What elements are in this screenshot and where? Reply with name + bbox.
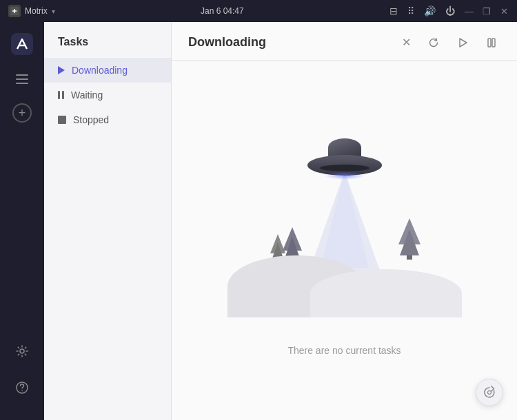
sidebar-logo [11,33,33,55]
app-body: + Tasks Downloading [0,22,517,420]
floating-icon [483,386,496,399]
ufo-body [307,138,382,176]
tasks-header: Tasks [44,22,171,58]
title-bar-datetime: Jan 6 04:47 [201,6,244,16]
title-bar-right: ⊟ ⠿ 🔊 ⏻ — ❐ ✕ [389,6,509,17]
refresh-button[interactable] [425,34,443,52]
header-actions: ✕ [399,33,500,52]
close-button[interactable]: ✕ [500,7,509,15]
sidebar-item-downloading[interactable]: Downloading [44,58,171,83]
content-header: Downloading ✕ [172,22,517,61]
hill-right [310,269,462,317]
pause-all-button[interactable] [483,34,500,52]
svg-point-19 [488,391,491,395]
svg-point-4 [21,390,23,392]
add-button[interactable]: + [12,103,32,123]
settings-icon[interactable] [10,339,34,367]
play-icon [58,66,65,74]
tray-icon-1: ⊟ [389,6,398,17]
downloading-label: Downloading [72,65,128,76]
app-name: Motrix [25,6,48,16]
pause-icon [58,91,64,99]
help-icon[interactable] [10,375,34,403]
pause-icon [485,36,498,49]
sidebar-item-waiting[interactable]: Waiting [44,83,171,107]
svg-point-2 [20,349,24,353]
title-bar: Motrix ▾ Jan 6 04:47 ⊟ ⠿ 🔊 ⏻ — ❐ ✕ [0,0,517,22]
window-controls: — ❐ ✕ [465,7,509,15]
stop-icon [58,116,66,124]
ufo-illustration [241,125,448,317]
tray-icon-2: ⠿ [407,6,414,17]
svg-rect-6 [488,39,491,47]
tray-icon-volume: 🔊 [424,6,436,17]
stopped-label: Stopped [73,114,109,125]
svg-marker-5 [460,39,467,47]
play-icon [456,36,469,49]
waiting-label: Waiting [71,90,103,101]
empty-state-message: There are no current tasks [287,345,401,356]
svg-rect-7 [492,39,495,47]
close-tasks-button[interactable]: ✕ [399,33,414,52]
menu-icon[interactable] [10,69,34,90]
play-button[interactable] [454,34,472,52]
app-chevron-icon: ▾ [52,8,55,15]
main-content: Downloading ✕ [172,22,517,420]
empty-state: There are no current tasks [172,61,517,420]
minimize-button[interactable]: — [465,7,473,15]
close-icon: ✕ [402,36,411,49]
title-bar-left: Motrix ▾ [8,5,55,17]
app-logo-icon [8,5,21,17]
maximize-button[interactable]: ❐ [483,7,491,15]
refresh-icon [427,36,440,49]
sidebar-item-stopped[interactable]: Stopped [44,107,171,132]
floating-action-button[interactable] [476,379,503,406]
sidebar: + [0,22,44,420]
tray-icon-power: ⏻ [445,6,455,17]
tasks-panel: Tasks Downloading Waiting Stopped [44,22,172,420]
tree-3 [398,218,420,264]
content-title: Downloading [188,35,266,50]
svg-rect-18 [407,255,412,260]
sidebar-bottom [10,339,34,409]
